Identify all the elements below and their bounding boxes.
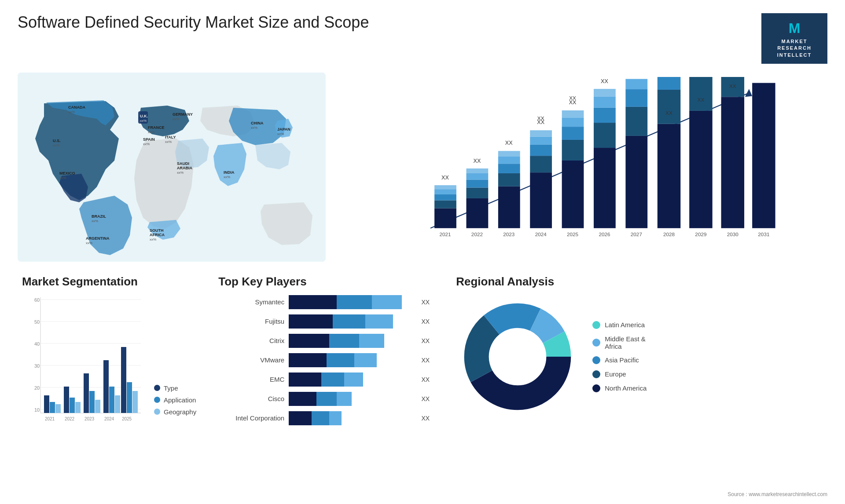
dot-middle-east-africa	[592, 339, 600, 347]
svg-rect-124	[95, 400, 100, 413]
svg-text:2031: 2031	[758, 231, 769, 237]
svg-rect-50	[498, 164, 520, 173]
donut-chart	[456, 295, 579, 418]
page-title: Software Defined Security Market Size an…	[18, 13, 369, 32]
legend-label-application: Application	[164, 396, 196, 404]
svg-text:XX: XX	[505, 140, 513, 146]
svg-rect-121	[75, 402, 81, 413]
player-row-emc: EMC XX	[218, 373, 430, 387]
svg-rect-72	[625, 136, 647, 228]
svg-rect-48	[498, 186, 520, 228]
svg-rect-61	[562, 140, 584, 161]
logo-line2: RESEARCH	[768, 45, 820, 51]
svg-text:2030: 2030	[727, 231, 739, 237]
regional-title: Regional Analysis	[456, 275, 819, 289]
svg-rect-43	[467, 187, 489, 198]
svg-rect-125	[103, 360, 109, 413]
segmentation-container: Market Segmentation 60 50 40 30 20 10	[18, 270, 201, 473]
svg-text:xx%: xx%	[165, 140, 172, 144]
svg-rect-81	[689, 77, 712, 111]
svg-text:U.S.: U.S.	[53, 139, 61, 143]
svg-rect-84	[752, 83, 775, 228]
logo: M MARKET RESEARCH INTELLECT	[761, 13, 827, 64]
svg-text:xx%: xx%	[68, 110, 75, 114]
svg-text:BRAZIL: BRAZIL	[92, 214, 106, 219]
svg-rect-78	[658, 90, 680, 124]
map-container: CANADA xx% U.S. xx% MEXICO xx% BRAZIL xx…	[18, 73, 326, 262]
svg-text:2024: 2024	[104, 416, 114, 421]
svg-text:40: 40	[34, 341, 40, 347]
segmentation-chart-area: 60 50 40 30 20 10	[22, 295, 196, 429]
svg-text:FRANCE: FRANCE	[148, 125, 165, 130]
segmentation-svg: 60 50 40 30 20 10	[22, 295, 145, 427]
logo-m: M	[768, 18, 820, 38]
svg-text:XX: XX	[665, 110, 672, 116]
svg-rect-44	[467, 179, 489, 187]
svg-rect-73	[625, 107, 647, 136]
svg-rect-69	[594, 96, 616, 107]
bar-chart-container: XX XX XX XX	[334, 73, 827, 262]
svg-text:GERMANY: GERMANY	[173, 112, 193, 117]
player-bar-fujitsu	[289, 314, 414, 329]
svg-text:2026: 2026	[599, 231, 610, 237]
svg-text:2022: 2022	[65, 416, 75, 421]
svg-text:xx%: xx%	[53, 143, 59, 147]
svg-text:U.K.: U.K.	[140, 114, 148, 118]
svg-rect-70	[594, 89, 616, 96]
svg-text:2028: 2028	[663, 231, 675, 237]
svg-rect-77	[658, 124, 680, 228]
svg-text:xx%: xx%	[251, 126, 257, 130]
svg-rect-130	[132, 391, 138, 413]
svg-text:2025: 2025	[567, 231, 579, 237]
svg-text:60: 60	[34, 297, 40, 303]
logo-box: M MARKET RESEARCH INTELLECT	[761, 13, 827, 64]
player-xx-fujitsu: XX	[422, 318, 430, 325]
svg-text:2027: 2027	[631, 231, 642, 237]
svg-rect-49	[498, 173, 520, 186]
segmentation-legend: Type Application Geography	[154, 384, 196, 429]
svg-rect-68	[594, 108, 616, 123]
svg-rect-116	[44, 395, 49, 413]
regional-legend: Latin America Middle East &Africa Asia P…	[592, 321, 647, 392]
legend-label-type: Type	[164, 384, 178, 392]
svg-rect-128	[121, 347, 126, 413]
player-bar-cisco	[289, 392, 414, 406]
svg-text:xx%: xx%	[148, 130, 154, 134]
svg-rect-51	[498, 157, 520, 164]
svg-rect-123	[89, 391, 95, 413]
svg-text:JAPAN: JAPAN	[277, 127, 290, 131]
svg-text:xx%: xx%	[143, 142, 150, 146]
svg-text:xx%: xx%	[59, 176, 66, 180]
bottom-section: Market Segmentation 60 50 40 30 20 10	[18, 270, 827, 473]
svg-text:xx%: xx%	[177, 171, 184, 175]
svg-text:2025: 2025	[122, 416, 132, 421]
svg-text:MEXICO: MEXICO	[59, 171, 75, 175]
player-name-fujitsu: Fujitsu	[218, 318, 284, 325]
svg-text:10: 10	[34, 407, 40, 413]
legend-latin-america: Latin America	[592, 321, 647, 329]
page-container: Software Defined Security Market Size an…	[0, 0, 845, 504]
svg-rect-82	[721, 97, 744, 228]
player-bar-intel	[289, 411, 414, 425]
player-xx-citrix: XX	[422, 337, 430, 344]
label-asia-pacific: Asia Pacific	[605, 356, 639, 364]
svg-rect-126	[109, 387, 114, 413]
legend-middle-east-africa: Middle East &Africa	[592, 335, 647, 350]
player-xx-intel: XX	[422, 415, 430, 422]
header: Software Defined Security Market Size an…	[18, 13, 827, 64]
svg-rect-46	[467, 168, 489, 173]
svg-rect-122	[84, 373, 89, 413]
player-name-vmware: VMware	[218, 356, 284, 364]
dot-north-america	[592, 384, 600, 392]
svg-rect-55	[530, 156, 552, 172]
svg-text:50: 50	[34, 319, 40, 325]
svg-text:XX: XX	[760, 77, 768, 78]
player-row-vmware: VMware XX	[218, 353, 430, 367]
svg-text:CHINA: CHINA	[251, 121, 264, 125]
svg-rect-66	[594, 148, 616, 228]
legend-item-geography: Geography	[154, 408, 196, 416]
svg-text:XX: XX	[698, 97, 705, 102]
svg-rect-36	[434, 208, 456, 228]
svg-text:ITALY: ITALY	[165, 135, 176, 139]
svg-text:xx%: xx%	[277, 132, 284, 136]
